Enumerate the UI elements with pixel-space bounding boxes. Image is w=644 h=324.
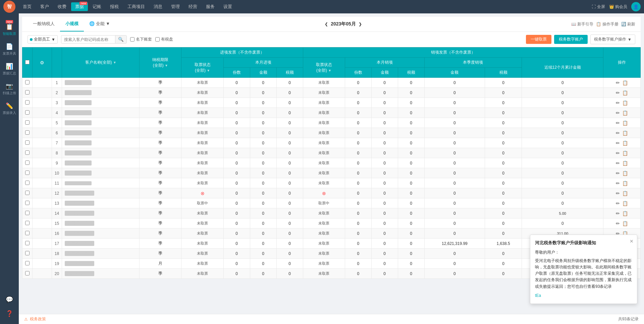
nav-settings[interactable]: 设置 xyxy=(219,2,236,11)
nav-business[interactable]: 工商项目 xyxy=(123,2,149,11)
sidebar-item-smart-ticket[interactable]: new 📋 智能取票 xyxy=(0,17,19,40)
copy-btn[interactable]: 📋 xyxy=(622,80,628,85)
sidebar-bottom-msg[interactable]: 💬 xyxy=(6,293,13,307)
copy-btn[interactable]: 📋 xyxy=(622,120,628,126)
sidebar-bottom-help[interactable]: ❓ xyxy=(6,307,13,321)
nav-billing[interactable]: 收费 xyxy=(54,2,70,11)
copy-btn[interactable]: 📋 xyxy=(622,211,628,216)
sidebar-item-scan-upload[interactable]: 📷 扫描上传 xyxy=(0,79,19,99)
new-guide-btn[interactable]: 📖 新手引导 xyxy=(571,21,593,27)
sidebar-item-invoice-open[interactable]: 📄 发票开具 xyxy=(0,40,19,59)
copy-btn[interactable]: 📋 xyxy=(622,90,628,95)
manual-btn[interactable]: 📋 操作手册 xyxy=(596,21,618,27)
edit-btn[interactable]: ✏ xyxy=(616,221,620,226)
nav-operation[interactable]: 经营 xyxy=(184,2,201,11)
nav-home[interactable]: 首页 xyxy=(19,2,36,11)
tab-small-scale[interactable]: 小规模 xyxy=(60,17,84,31)
edit-btn[interactable]: ✏ xyxy=(616,201,620,206)
refresh-btn[interactable]: 🔄 刷新 xyxy=(621,21,635,27)
edit-btn[interactable]: ✏ xyxy=(616,80,620,85)
row-settings xyxy=(33,198,52,208)
edit-btn[interactable]: ✏ xyxy=(616,100,620,106)
date-next-btn[interactable]: ❯ xyxy=(359,22,362,26)
tax-digital-btn[interactable]: 税务数字账户 xyxy=(554,35,588,44)
name-ledger-checkbox-label[interactable]: 名下账套 xyxy=(130,37,152,42)
tab-general-taxpayer[interactable]: 一般纳税人 xyxy=(28,17,60,31)
tEa-label[interactable]: tEa xyxy=(535,293,632,299)
edit-btn[interactable]: ✏ xyxy=(616,171,620,176)
copy-btn[interactable]: 📋 xyxy=(622,160,628,166)
nav-tax[interactable]: 报税 xyxy=(106,2,123,11)
customer-sort-icon[interactable]: ▼ xyxy=(113,61,116,64)
nav-invoice[interactable]: 票据new xyxy=(71,2,88,11)
copy-btn[interactable]: 📋 xyxy=(622,110,628,116)
copy-btn[interactable]: 📋 xyxy=(622,221,628,226)
sidebar-item-ticket-entry[interactable]: ✏️ 票据录入 xyxy=(0,99,19,119)
row-checkbox[interactable] xyxy=(25,241,30,245)
name-ledger-checkbox[interactable] xyxy=(130,37,135,42)
copy-btn[interactable]: 📋 xyxy=(622,181,628,186)
copy-btn[interactable]: 📋 xyxy=(622,130,628,136)
row-checkbox[interactable] xyxy=(25,140,30,145)
edit-btn[interactable]: ✏ xyxy=(616,140,620,146)
row-cumulative: 0 xyxy=(522,188,603,198)
row-checkbox[interactable] xyxy=(25,261,30,265)
row-checkbox[interactable] xyxy=(25,100,30,105)
employee-select[interactable]: 全部员工 ▼ xyxy=(28,35,58,44)
edit-btn[interactable]: ✏ xyxy=(616,181,620,186)
edit-btn[interactable]: ✏ xyxy=(616,120,620,126)
tab-all[interactable]: 🌐 全能 ▼ xyxy=(84,17,115,31)
edit-btn[interactable]: ✏ xyxy=(616,110,620,116)
row-checkbox[interactable] xyxy=(25,231,30,235)
row-checkbox[interactable] xyxy=(25,271,30,275)
copy-btn[interactable]: 📋 xyxy=(622,201,628,206)
one-click-ticket-btn[interactable]: 一键取票 xyxy=(526,35,551,44)
row-checkbox[interactable] xyxy=(25,191,30,195)
has-tax-checkbox-label[interactable]: 有税盘 xyxy=(155,37,173,42)
row-checkbox[interactable] xyxy=(25,130,30,135)
copy-btn[interactable]: 📋 xyxy=(622,100,628,106)
edit-btn[interactable]: ✏ xyxy=(616,150,620,156)
fullscreen-btn[interactable]: ⛶ 全屏 xyxy=(592,4,605,10)
search-input[interactable] xyxy=(61,36,115,43)
select-all-checkbox[interactable] xyxy=(25,60,30,64)
row-checkbox[interactable] xyxy=(25,110,30,115)
tax-period-sort-icon[interactable]: ▼ xyxy=(165,64,168,67)
edit-btn[interactable]: ✏ xyxy=(616,191,620,196)
nav-service[interactable]: 服务 xyxy=(202,2,219,11)
tax-policy-link[interactable]: 税务政策 xyxy=(30,316,46,322)
row-checkbox[interactable] xyxy=(25,80,30,84)
edit-btn[interactable]: ✏ xyxy=(616,90,620,95)
row-checkbox[interactable] xyxy=(25,90,30,94)
date-prev-btn[interactable]: ❮ xyxy=(325,22,328,26)
edit-btn[interactable]: ✏ xyxy=(616,130,620,136)
row-checkbox[interactable] xyxy=(25,120,30,125)
copy-btn[interactable]: 📋 xyxy=(622,140,628,146)
member-btn[interactable]: 👑 购会员 xyxy=(609,4,627,10)
tax-digital-ops-btn[interactable]: 税务数字账户操作 ▼ xyxy=(590,35,635,44)
copy-btn[interactable]: 📋 xyxy=(622,150,628,156)
has-tax-checkbox[interactable] xyxy=(155,37,160,42)
row-checkbox[interactable] xyxy=(25,150,30,155)
notification-close-btn[interactable]: ✕ xyxy=(630,238,634,245)
nav-management[interactable]: 管理 xyxy=(167,2,184,11)
nav-message[interactable]: 消息 xyxy=(150,2,166,11)
row-checkbox[interactable] xyxy=(25,221,30,225)
row-checkbox[interactable] xyxy=(25,181,30,185)
nav-customer[interactable]: 客户 xyxy=(36,2,53,11)
row-checkbox[interactable] xyxy=(25,201,30,205)
row-checkbox[interactable] xyxy=(25,251,30,255)
copy-btn[interactable]: 📋 xyxy=(622,191,628,196)
search-button[interactable]: 🔍 xyxy=(115,36,126,43)
sidebar-item-invoice-summary[interactable]: 📊 票据汇总 xyxy=(0,59,19,79)
edit-btn[interactable]: ✏ xyxy=(616,160,620,166)
row-checkbox[interactable] xyxy=(25,211,30,215)
row-checkbox[interactable] xyxy=(25,171,30,175)
row-checkbox[interactable] xyxy=(25,160,30,165)
row-customer: 某某有限公司九 xyxy=(62,158,140,168)
edit-btn[interactable]: ✏ xyxy=(616,211,620,216)
nav-bookkeeping[interactable]: 记账 xyxy=(89,2,105,11)
copy-btn[interactable]: 📋 xyxy=(622,171,628,176)
user-avatar[interactable]: 👤 xyxy=(631,2,641,11)
settings-icon[interactable]: ⚙ xyxy=(40,60,44,65)
